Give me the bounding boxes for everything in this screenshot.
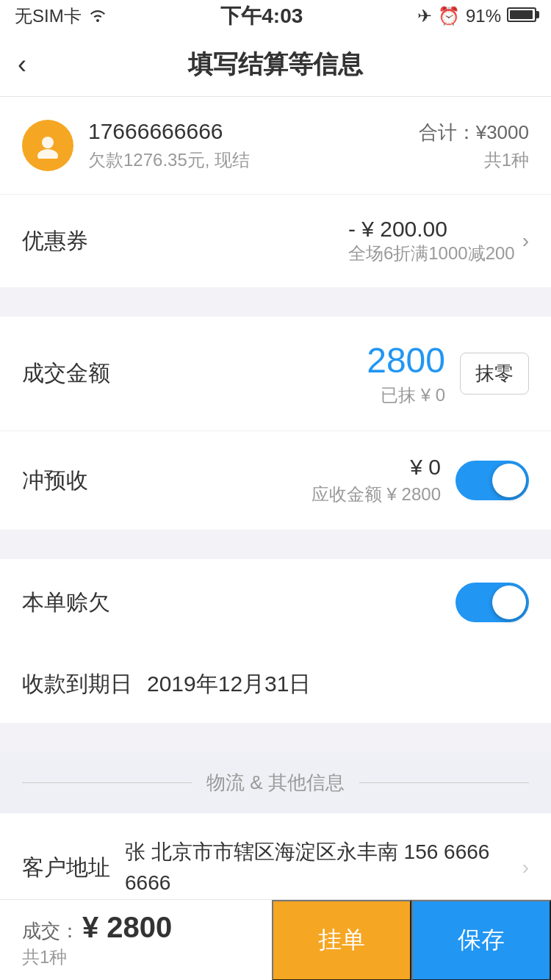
signal-text: 无SIM卡 [15,4,82,28]
svg-point-0 [42,137,54,148]
precharge-top: 冲预收 ¥ 0 应收金额 ¥ 2800 [22,455,529,506]
toggle-knob [492,464,526,497]
coupon-row[interactable]: 优惠券 - ¥ 200.00 全场6折满1000减200 › [0,195,551,287]
round-zero-button[interactable]: 抹零 [460,353,529,394]
transaction-right: 2800 已抹 ¥ 0 抹零 [367,340,529,407]
due-date-value: 2019年12月31日 [147,669,311,699]
page-title: 填写结算等信息 [188,48,363,82]
status-left: 无SIM卡 [15,4,107,28]
total-count: 共1种 [419,148,529,172]
transaction-card: 成交金额 2800 已抹 ¥ 0 抹零 冲预收 ¥ 0 应收金额 ¥ 2800 [0,317,551,530]
bottom-deal-label: 成交： [22,918,79,944]
address-value: 张 北京市市辖区海淀区永丰南 156 6666 6666 [125,837,508,898]
battery-percent: 91% [466,6,501,26]
user-info: 17666666666 欠款1276.35元, 现结 [88,119,250,172]
status-time: 下午4:03 [220,2,303,30]
bottom-deal-row: 成交： ¥ 2800 [22,911,250,944]
bottom-info: 成交： ¥ 2800 共1种 [0,911,272,969]
user-subtext: 欠款1276.35元, 现结 [88,148,250,172]
precharge-amount: ¥ 0 [311,455,441,480]
battery-icon [507,6,536,26]
bottom-deal-amount: ¥ 2800 [82,911,172,944]
due-date-label: 收款到期日 [22,669,132,699]
save-button[interactable]: 保存 [411,900,551,981]
bottom-bar: 成交： ¥ 2800 共1种 挂单 保存 [0,899,551,980]
coupon-label: 优惠券 [22,226,88,256]
precharge-toggle[interactable] [455,461,529,500]
alarm-icon: ⏰ [438,6,460,26]
transaction-amount: 2800 [367,341,445,380]
coupon-amount: - ¥ 200.00 [348,217,515,242]
nav-bar: ‹ 填写结算等信息 [0,32,551,97]
total-label: 合计：¥3000 [419,120,529,145]
section-divider-3 [0,738,551,752]
debt-row: 本单赊欠 [0,559,551,646]
section-divider-2 [0,544,551,559]
wifi-icon [89,6,107,26]
coupon-right: - ¥ 200.00 全场6折满1000减200 › [348,217,529,265]
debt-toggle-knob [492,586,526,619]
location-icon: ✈ [417,6,432,26]
user-left: 17666666666 欠款1276.35元, 现结 [22,119,250,172]
address-arrow-icon: › [522,856,529,879]
coupon-desc: 全场6折满1000减200 [348,242,515,265]
user-phone: 17666666666 [88,119,250,144]
status-bar: 无SIM卡 下午4:03 ✈ ⏰ 91% [0,0,551,32]
logistics-label: 物流 & 其他信息 [206,770,345,796]
avatar [22,120,73,171]
coupon-arrow-icon: › [522,229,529,253]
section-divider-1 [0,302,551,317]
debt-label: 本单赊欠 [22,588,110,618]
back-button[interactable]: ‹ [18,49,26,80]
transaction-subtext: 已抹 ¥ 0 [367,383,445,407]
transaction-row: 成交金额 2800 已抹 ¥ 0 抹零 [0,317,551,431]
user-total: 合计：¥3000 共1种 [419,120,529,172]
precharge-values: ¥ 0 应收金额 ¥ 2800 [311,455,441,506]
content: 17666666666 欠款1276.35元, 现结 合计：¥3000 共1种 … [0,97,551,980]
logistics-line-left [22,782,192,783]
user-info-card: 17666666666 欠款1276.35元, 现结 合计：¥3000 共1种 … [0,97,551,287]
precharge-receivable: 应收金额 ¥ 2800 [311,483,441,506]
transaction-label: 成交金额 [22,359,110,389]
precharge-label: 冲预收 [22,466,88,496]
svg-point-1 [37,149,58,159]
logistics-divider: 物流 & 其他信息 [0,752,551,813]
precharge-right: ¥ 0 应收金额 ¥ 2800 [311,455,529,506]
date-row: 收款到期日 2019年12月31日 [0,646,551,723]
debt-card: 本单赊欠 收款到期日 2019年12月31日 [0,559,551,723]
pending-button[interactable]: 挂单 [272,900,411,981]
user-row: 17666666666 欠款1276.35元, 现结 合计：¥3000 共1种 [0,97,551,195]
precharge-row: 冲预收 ¥ 0 应收金额 ¥ 2800 [0,431,551,530]
logistics-line-right [359,782,529,783]
status-right: ✈ ⏰ 91% [417,6,536,26]
debt-toggle[interactable] [455,583,529,622]
address-label: 客户地址 [22,853,110,883]
bottom-deal-count: 共1种 [22,945,250,969]
